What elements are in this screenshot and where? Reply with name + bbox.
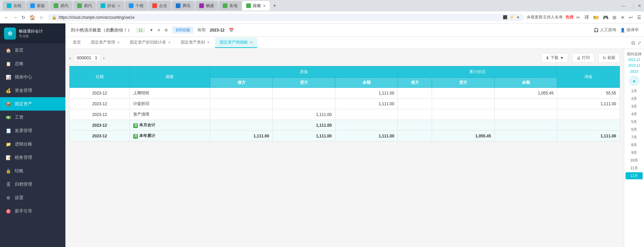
dropdown-arrow[interactable]: ▼ xyxy=(149,28,153,33)
download-icon: ⬇ xyxy=(546,56,549,60)
service-button[interactable]: 🎧 人工咨询 xyxy=(594,27,616,33)
cell-accum-balance xyxy=(494,131,557,141)
tab-close-asset-ledger[interactable]: ✕ xyxy=(250,41,253,44)
sidebar-item-archive[interactable]: 🗄 归档管理 xyxy=(0,178,65,191)
period-month-item[interactable]: 4月 xyxy=(626,111,643,118)
sidebar-item-settings[interactable]: ⚙ 设置 xyxy=(0,191,65,204)
period-month-item[interactable]: 10月 xyxy=(626,157,643,164)
period-month-item[interactable]: 12月 xyxy=(626,172,643,179)
user-profile[interactable]: 👤 徐译华 xyxy=(620,27,639,33)
fund-icon: 💰 xyxy=(5,87,11,94)
undo-icon[interactable]: ↩ xyxy=(629,15,633,20)
sidebar-item-fund[interactable]: 💰 资金管理 xyxy=(0,84,65,97)
home-button[interactable]: 🏠 xyxy=(28,14,37,21)
scissors-icon[interactable]: ✂ xyxy=(576,15,580,20)
reload-button[interactable]: ↻ xyxy=(20,14,27,21)
cell-summary[interactable]: 月本年累计 xyxy=(130,131,210,141)
hot-search-label[interactable]: 热搜 xyxy=(566,14,574,20)
minimize-btn[interactable]: — xyxy=(621,3,626,8)
dropdown-arrow[interactable]: ▼ xyxy=(516,15,520,19)
calendar-icon[interactable]: 📅 xyxy=(229,28,234,33)
browser-tab-1[interactable]: 在线 xyxy=(3,1,25,10)
tab-maximize-button[interactable]: ⤢ xyxy=(637,40,641,46)
tab-window-controls: ⊟ ⤢ xyxy=(631,40,641,46)
translate-icon[interactable]: 译 xyxy=(584,14,589,20)
ledger-next-button[interactable]: › xyxy=(103,55,105,61)
period-month-item[interactable]: 7月 xyxy=(626,134,643,141)
tab-depreciation-summary[interactable]: 固定资产折旧统计表 ✕ xyxy=(125,38,175,48)
sidebar-item-report[interactable]: 📊 报表中心 xyxy=(0,70,65,84)
apps-icon[interactable]: ⊞ xyxy=(612,15,616,20)
brightness-icon[interactable]: ☀ xyxy=(621,15,625,20)
sidebar-item-inventory[interactable]: 📁 进销台账 xyxy=(0,137,65,151)
address-bar[interactable]: 🔒 https://cloud.chanjet.com/accounting/u… xyxy=(48,14,524,21)
period-month-item[interactable]: 6月 xyxy=(626,126,643,133)
tab-close-5[interactable]: ✕ xyxy=(117,4,120,8)
cell-summary[interactable]: 上期结转 xyxy=(130,88,210,99)
sidebar-item-fixed-asset-label: 固定资产 xyxy=(15,101,32,107)
forward-button[interactable]: → xyxy=(11,14,19,21)
sidebar-item-ledger[interactable]: 📋 总账 xyxy=(0,57,65,70)
coupon-icon[interactable]: 🎫 xyxy=(593,15,599,20)
browser-tab-9[interactable]: 畅捷 xyxy=(195,1,218,10)
cell-date: 2023-12 xyxy=(70,131,130,141)
browser-tab-4[interactable]: 易代 xyxy=(73,1,96,10)
period-month-item[interactable]: 3月 xyxy=(626,103,643,110)
ledger-prev-button[interactable]: ‹ xyxy=(69,55,71,61)
report-icon: 📊 xyxy=(5,74,11,80)
sidebar-item-invoice[interactable]: 🧾 发票管理 xyxy=(0,124,65,137)
settings-gear-icon[interactable]: ⚙ xyxy=(164,28,168,33)
close-btn[interactable]: ✕ xyxy=(638,3,641,8)
download-button[interactable]: ⬇ 下载 ▼ xyxy=(541,53,568,63)
maximize-btn[interactable]: ⬜ xyxy=(629,3,634,8)
gamepad-icon[interactable]: 🎮 xyxy=(603,15,608,20)
tab-close-fixed-asset-management[interactable]: ✕ xyxy=(117,41,120,44)
refresh-button[interactable]: ↻ 刷新 xyxy=(598,53,620,63)
cell-accum-debit xyxy=(398,131,432,141)
sidebar-item-home[interactable]: 🏠 首页 xyxy=(0,44,65,57)
browser-tab-11[interactable]: 目前 ✕ xyxy=(242,1,270,10)
period-month-item[interactable]: 1月 xyxy=(626,87,643,95)
browser-tab-3[interactable]: 易代 xyxy=(50,1,72,10)
sidebar-item-close[interactable]: 🔒 结账 xyxy=(0,164,65,178)
sidebar-item-guide[interactable]: 🎯 新手引导 xyxy=(0,204,65,218)
browser-tab-2[interactable]: 新版 xyxy=(26,1,49,10)
tab-home[interactable]: 首页 xyxy=(68,38,86,48)
back-button[interactable]: ← xyxy=(3,14,10,21)
tab-close-11[interactable]: ✕ xyxy=(263,4,266,8)
period-month-item[interactable]: 5月 xyxy=(626,118,643,125)
new-tab-button[interactable]: + xyxy=(270,3,279,9)
period-month-item[interactable]: 11月 xyxy=(626,165,643,172)
bookmark-button[interactable]: ☆ xyxy=(38,14,45,21)
sidebar-item-tax[interactable]: 📝 税务管理 xyxy=(0,151,65,164)
tab-depreciation-summary-label: 固定资产折旧统计表 xyxy=(130,40,166,45)
browser-tab-5[interactable]: 好会 ✕ xyxy=(97,1,124,10)
cell-summary[interactable]: 资产清理 xyxy=(130,109,210,120)
content-area: ‹ 000001 1 › ⬇ 下载 ▼ xyxy=(65,49,644,247)
cell-summary[interactable]: 月本月合计 xyxy=(130,120,210,131)
switch-version-button[interactable]: 切到旧版 xyxy=(172,26,194,34)
tab-favicon-8 xyxy=(176,3,180,8)
tab-asset-category[interactable]: 固定资产类别 ✕ xyxy=(176,38,214,48)
browser-tab-10[interactable]: 各地 xyxy=(219,1,241,10)
sidebar-item-salary[interactable]: 💵 工资 xyxy=(0,111,65,124)
tab-restore-button[interactable]: ⊟ xyxy=(631,40,635,46)
menu-icon[interactable]: ☰ xyxy=(637,15,641,20)
tab-fixed-asset-management[interactable]: 固定资产管理 ✕ xyxy=(86,38,124,48)
browser-tab-7[interactable]: 企业 xyxy=(148,1,171,10)
cell-summary[interactable]: 计提折旧 xyxy=(130,99,210,109)
tab-close-asset-category[interactable]: ✕ xyxy=(207,41,210,44)
browser-tab-6[interactable]: 个税 xyxy=(125,1,148,10)
tab-asset-ledger[interactable]: 固定资产明细账 ✕ xyxy=(215,38,257,48)
period-select-label: 期间选择 xyxy=(626,52,643,57)
sidebar-item-fixed-asset[interactable]: 📦 固定资产 xyxy=(0,97,65,111)
period-month-item[interactable]: 9月 xyxy=(626,149,643,156)
period-month-item[interactable]: 2月 xyxy=(626,95,643,102)
cell-net-value xyxy=(557,109,620,120)
add-company-button[interactable]: + xyxy=(157,27,160,33)
tab-close-depreciation-summary[interactable]: ✕ xyxy=(168,41,171,44)
scroll-up-button[interactable]: ▲ xyxy=(629,75,640,86)
browser-tab-8[interactable]: 腾讯 xyxy=(172,1,195,10)
print-button[interactable]: 🖨 打印 xyxy=(572,53,594,63)
period-month-item[interactable]: 8月 xyxy=(626,141,643,148)
